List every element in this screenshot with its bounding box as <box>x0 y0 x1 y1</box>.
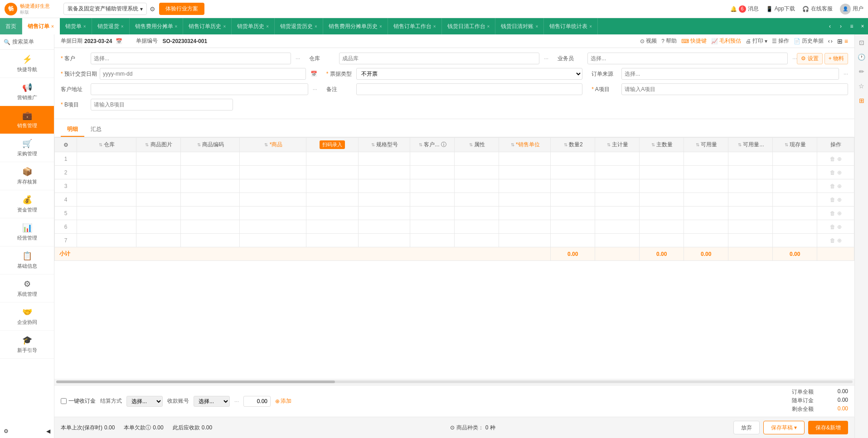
cell-code-3[interactable] <box>180 179 240 193</box>
th-attr[interactable]: ⇅ 属性 <box>454 138 499 152</box>
scan-btn[interactable]: 扫码录入 <box>320 140 345 149</box>
cell-qty2-7[interactable] <box>551 234 595 247</box>
cell-img-1[interactable] <box>136 152 180 166</box>
rp-icon-1[interactable]: ⊡ <box>856 37 867 48</box>
tab-daily-workbench[interactable]: 钱货日清工作台 × <box>442 18 496 34</box>
cell-avail2-1[interactable] <box>728 152 773 166</box>
cell-spec-4[interactable] <box>358 193 410 207</box>
cell-unit-7[interactable] <box>499 234 550 247</box>
cell-attr-3[interactable] <box>454 179 499 193</box>
cell-main-qty-2[interactable] <box>640 166 684 179</box>
cell-img-3[interactable] <box>136 179 180 193</box>
toolbar-view[interactable]: ⊙ 视频 <box>640 37 657 45</box>
horizontal-scrollbar[interactable] <box>54 379 854 385</box>
cell-img-6[interactable] <box>136 220 180 234</box>
cell-spec-6[interactable] <box>358 220 410 234</box>
cell-attr-5[interactable] <box>454 207 499 220</box>
cell-product-7[interactable] <box>240 234 306 247</box>
order-source-more-btn[interactable]: ··· <box>844 71 848 77</box>
cell-custom-2[interactable] <box>410 166 454 179</box>
cell-unit-1[interactable] <box>499 152 550 166</box>
cell-warehouse-3[interactable] <box>77 179 136 193</box>
sidebar-item-enterprise[interactable]: 🤝 企业协同 <box>0 303 54 331</box>
copy-row-7-icon[interactable]: ⊕ <box>837 237 842 244</box>
add-btn[interactable]: ⊕ 添加 <box>275 397 291 405</box>
th-product[interactable]: ⇅ *商品 <box>240 138 306 152</box>
rp-icon-3[interactable]: ✏ <box>856 66 867 77</box>
delete-row-3-icon[interactable]: 🗑 <box>830 183 835 189</box>
cell-stock-4[interactable] <box>773 193 817 207</box>
copy-row-1-icon[interactable]: ⊕ <box>837 156 842 162</box>
tab-sales-invoice[interactable]: 销货单 × <box>60 18 92 34</box>
th-main-qty[interactable]: ⇅ 主数量 <box>640 138 684 152</box>
cell-avail2-3[interactable] <box>728 179 773 193</box>
th-avail2[interactable]: ⇅ 可用量... <box>728 138 773 152</box>
a-project-input[interactable] <box>621 83 848 95</box>
tab-sales-expense[interactable]: 销售费用分摊单 × <box>130 18 184 34</box>
copy-row-5-icon[interactable]: ⊕ <box>837 210 842 217</box>
cell-warehouse-4[interactable] <box>77 193 136 207</box>
sidebar-item-finance[interactable]: 💰 资金管理 <box>0 190 54 218</box>
tab-daily-reconcile[interactable]: 钱货日清对账 × <box>495 18 544 34</box>
cell-avail-1[interactable] <box>684 152 728 166</box>
salesperson-input[interactable] <box>587 53 788 64</box>
cell-attr-4[interactable] <box>454 193 499 207</box>
cell-custom-6[interactable] <box>410 220 454 234</box>
discard-btn[interactable]: 放弃 <box>733 421 760 434</box>
save-new-btn[interactable]: 保存&新增 <box>808 421 848 434</box>
remarks-input[interactable] <box>356 83 583 95</box>
sidebar-search[interactable]: 🔍 搜索菜单 <box>0 34 54 50</box>
tab-sales-order[interactable]: 销售订单 × <box>22 18 60 34</box>
gear-icon[interactable]: ⚙ <box>150 5 155 13</box>
cell-stock-1[interactable] <box>773 152 817 166</box>
scrollbar-thumb[interactable] <box>56 380 335 383</box>
copy-row-3-icon[interactable]: ⊕ <box>837 183 842 189</box>
cell-product-5[interactable] <box>240 207 306 220</box>
tab-close-icon[interactable]: × <box>535 24 538 29</box>
tab-sales-order-history[interactable]: 销售订单历史 × <box>183 18 232 34</box>
cell-unit-3[interactable] <box>499 179 550 193</box>
rp-icon-2[interactable]: 🕐 <box>856 52 867 63</box>
toolbar-help[interactable]: ? 帮助 <box>661 37 677 45</box>
industry-btn[interactable]: 体验行业方案 <box>159 3 204 15</box>
cell-qty2-1[interactable] <box>551 152 595 166</box>
th-img[interactable]: ⇅ 商品图片 <box>136 138 180 152</box>
cell-warehouse-1[interactable] <box>77 152 136 166</box>
cell-product-2[interactable] <box>240 166 306 179</box>
cell-product-1[interactable] <box>240 152 306 166</box>
cell-main-qty-7[interactable] <box>640 234 684 247</box>
cell-avail2-2[interactable] <box>728 166 773 179</box>
th-stock[interactable]: ⇅ 现存量 <box>773 138 817 152</box>
cell-main-unit-7[interactable] <box>595 234 640 247</box>
cell-stock-6[interactable] <box>773 220 817 234</box>
cell-qty2-4[interactable] <box>551 193 595 207</box>
delete-row-2-icon[interactable]: 🗑 <box>830 169 835 176</box>
address-more-btn[interactable]: ··· <box>313 86 317 92</box>
cell-unit-4[interactable] <box>499 193 550 207</box>
customer-more-btn[interactable]: ··· <box>296 55 300 62</box>
sidebar-item-purchase[interactable]: 🛒 采购管理 <box>0 134 54 162</box>
cell-avail-6[interactable] <box>684 220 728 234</box>
cell-scan-6[interactable] <box>306 220 358 234</box>
sidebar-item-inventory[interactable]: 📦 库存核算 <box>0 162 54 190</box>
th-setting[interactable]: ⚙ <box>55 138 77 152</box>
cell-avail-2[interactable] <box>684 166 728 179</box>
toolbar-print[interactable]: 🖨 打印 ▾ <box>746 37 767 45</box>
cell-avail2-5[interactable] <box>728 207 773 220</box>
sidebar-item-operations[interactable]: 📊 经营管理 <box>0 218 54 246</box>
sidebar-item-quick-nav[interactable]: ⚡ 快捷导航 <box>0 50 54 78</box>
rp-icon-4[interactable]: ☆ <box>856 81 867 91</box>
tab-close-icon[interactable]: × <box>379 24 382 29</box>
cell-attr-7[interactable] <box>454 234 499 247</box>
tab-close-icon[interactable]: × <box>51 24 54 29</box>
more-dots[interactable]: ··· <box>234 398 239 404</box>
tab-sales-return[interactable]: 销货退货 × <box>92 18 130 34</box>
th-main-unit[interactable]: ⇅ 主计量 <box>595 138 640 152</box>
settings-btn[interactable]: ⚙ 设置 <box>797 53 822 64</box>
cell-warehouse-2[interactable] <box>77 166 136 179</box>
cell-qty2-2[interactable] <box>551 166 595 179</box>
sidebar-item-system[interactable]: ⚙ 系统管理 <box>0 274 54 303</box>
th-code[interactable]: ⇅ 商品编码 <box>180 138 240 152</box>
th-warehouse[interactable]: ⇅ 仓库 <box>77 138 136 152</box>
cell-main-qty-5[interactable] <box>640 207 684 220</box>
